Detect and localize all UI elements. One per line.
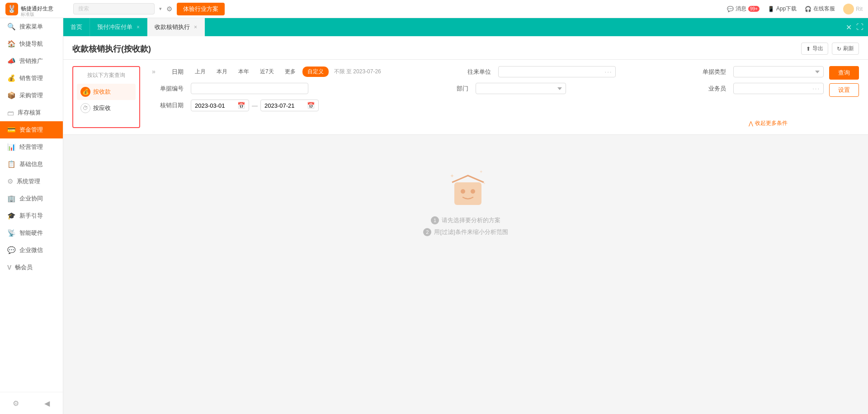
filter-main-area: 日期 上月 本月 本年 近7天 更多 自定义 不限 至 2023-07-26 bbox=[158, 66, 859, 128]
sidebar-label-purchase: 采购管理 bbox=[19, 91, 43, 100]
basic-info-icon: 📋 bbox=[7, 160, 16, 168]
tab-expand-icon[interactable]: ⛶ bbox=[856, 23, 863, 31]
message-btn[interactable]: 💬 消息 99+ bbox=[727, 5, 760, 13]
collapse-more-btn[interactable]: ⋀ 收起更多条件 bbox=[158, 117, 824, 128]
date-btn-last-7[interactable]: 近7天 bbox=[256, 67, 278, 77]
tab-close-all-icon[interactable]: ✕ bbox=[846, 23, 852, 32]
main-content: 首页 预付冲应付单 × 收款核销执行 × ✕ ⛶ 收款核销执行(按收款) bbox=[63, 18, 868, 414]
guide-icon: 🎓 bbox=[7, 212, 16, 220]
doc-type-select[interactable] bbox=[733, 66, 824, 77]
sidebar-settings-btn[interactable]: ⚙ bbox=[9, 396, 23, 410]
offset-date-end-input[interactable] bbox=[264, 102, 305, 109]
filter-panel-collapse-btn[interactable]: » bbox=[149, 66, 158, 128]
offset-date-end-picker[interactable]: 📅 bbox=[260, 100, 319, 111]
sidebar-collapse-btn[interactable]: ◀ bbox=[40, 396, 54, 410]
settings-icon[interactable]: ⚙ bbox=[166, 5, 172, 13]
receivable-icon: ⏱ bbox=[80, 103, 90, 113]
sidebar-item-wechat[interactable]: 💬 企业微信 bbox=[0, 242, 63, 259]
sidebar-item-finance[interactable]: 💳 资金管理 bbox=[0, 121, 63, 138]
message-label: 消息 bbox=[736, 5, 746, 13]
svg-text:✦: ✦ bbox=[483, 181, 486, 186]
sidebar-label-enterprise: 企业协同 bbox=[19, 195, 43, 203]
sidebar-item-marketing[interactable]: 📣 营销推广 bbox=[0, 52, 63, 70]
sidebar-item-quick-nav[interactable]: 🏠 快捷导航 bbox=[0, 35, 63, 52]
svg-point-2 bbox=[471, 189, 475, 194]
query-button[interactable]: 查询 bbox=[829, 66, 859, 80]
home-icon: 🏠 bbox=[7, 40, 16, 48]
partner-ellipsis-icon: ··· bbox=[605, 68, 613, 75]
edition-label: 标准版 bbox=[21, 11, 34, 18]
date-btn-this-month[interactable]: 本月 bbox=[212, 67, 231, 77]
filter-option-receivable[interactable]: ⏱ 按应收 bbox=[77, 100, 136, 116]
filter-right-btns: 查询 设置 bbox=[829, 66, 859, 128]
empty-hint-2-text: 用[过滤]条件来缩小分析范围 bbox=[434, 228, 508, 236]
export-button[interactable]: ⬆ 导出 bbox=[801, 43, 828, 55]
date-btn-more[interactable]: 更多 bbox=[281, 67, 300, 77]
tab-prepay-close[interactable]: × bbox=[137, 24, 140, 30]
app-download-label: App下载 bbox=[776, 5, 797, 13]
username: Rit bbox=[856, 6, 863, 12]
filter-sidebar-title: 按以下方案查询 bbox=[77, 71, 136, 79]
staff-input[interactable] bbox=[733, 83, 824, 94]
solution-button[interactable]: 体验行业方案 bbox=[177, 3, 225, 15]
headset-icon: 🎧 bbox=[805, 6, 811, 12]
sidebar-item-system[interactable]: ⚙ 系统管理 bbox=[0, 173, 63, 190]
inventory-icon: 🗃 bbox=[7, 109, 14, 117]
sidebar-label-quick-nav: 快捷导航 bbox=[19, 40, 43, 48]
filter-row-2: 单据编号 部门 业务员 bbox=[158, 83, 824, 94]
app-download-btn[interactable]: 📱 App下载 bbox=[768, 5, 797, 13]
date-range-offset: 📅 — 📅 bbox=[191, 100, 319, 111]
empty-illustration: ✦ ✦ ✦ bbox=[443, 162, 488, 207]
sidebar-item-guide[interactable]: 🎓 新手引导 bbox=[0, 207, 63, 224]
date-btn-this-year[interactable]: 本年 bbox=[234, 67, 253, 77]
empty-hint-1: 1 请先选择要分析的方案 bbox=[431, 216, 500, 224]
sidebar-label-search: 搜索菜单 bbox=[19, 23, 43, 31]
date-label: 日期 bbox=[158, 68, 184, 76]
doc-num-input[interactable] bbox=[191, 83, 308, 94]
tab-home[interactable]: 首页 bbox=[63, 18, 90, 36]
sidebar-item-hardware[interactable]: 📡 智能硬件 bbox=[0, 224, 63, 242]
tab-receipt-offset[interactable]: 收款核销执行 × bbox=[147, 18, 205, 36]
offset-date-start-input[interactable] bbox=[195, 102, 236, 109]
sidebar-bottom: ⚙ ◀ bbox=[0, 392, 63, 414]
message-badge: 99+ bbox=[748, 6, 760, 12]
refresh-button[interactable]: ↻ 刷新 bbox=[832, 43, 859, 55]
partner-input[interactable] bbox=[498, 66, 616, 77]
receipt-icon: 💰 bbox=[80, 87, 90, 97]
tab-prepay[interactable]: 预付冲应付单 × bbox=[90, 18, 147, 36]
filter-option-receipt[interactable]: 💰 按收款 bbox=[77, 84, 136, 100]
date-btn-last-month[interactable]: 上月 bbox=[191, 67, 210, 77]
marketing-icon: 📣 bbox=[7, 57, 16, 65]
svg-rect-0 bbox=[454, 182, 481, 205]
system-icon: ⚙ bbox=[7, 177, 13, 186]
sidebar-item-sales[interactable]: 💰 销售管理 bbox=[0, 70, 63, 87]
dept-select[interactable] bbox=[476, 83, 566, 94]
user-avatar bbox=[843, 4, 854, 14]
settings-button[interactable]: 设置 bbox=[829, 83, 859, 97]
export-icon: ⬆ bbox=[806, 46, 811, 52]
sidebar-item-operation[interactable]: 📊 经营管理 bbox=[0, 138, 63, 156]
sidebar-item-search[interactable]: 🔍 搜索菜单 bbox=[0, 18, 63, 35]
collapse-chevron-icon: ⋀ bbox=[749, 120, 753, 127]
tab-receipt-offset-close[interactable]: × bbox=[194, 24, 197, 30]
finance-icon: 💳 bbox=[7, 126, 16, 134]
sidebar: 🔍 搜索菜单 🏠 快捷导航 📣 营销推广 💰 销售管理 📦 采购管理 🗃 库存核… bbox=[0, 18, 63, 414]
sidebar-item-inventory[interactable]: 🗃 库存核算 bbox=[0, 104, 63, 121]
svg-text:✦: ✦ bbox=[450, 173, 454, 179]
date-button-group: 上月 本月 本年 近7天 更多 自定义 不限 至 2023-07-26 bbox=[191, 67, 381, 77]
date-btn-custom[interactable]: 自定义 bbox=[302, 67, 329, 77]
calendar-end-icon: 📅 bbox=[307, 102, 315, 109]
enterprise-icon: 🏢 bbox=[7, 195, 16, 203]
filter-option-receipt-label: 按收款 bbox=[93, 88, 111, 96]
offset-date-start-picker[interactable]: 📅 bbox=[191, 100, 249, 111]
sidebar-item-member[interactable]: V 畅会员 bbox=[0, 259, 63, 276]
top-bar-right: 💬 消息 99+ 📱 App下载 🎧 在线客服 Rit bbox=[727, 4, 863, 14]
online-service-btn[interactable]: 🎧 在线客服 bbox=[805, 5, 835, 13]
sidebar-item-purchase[interactable]: 📦 采购管理 bbox=[0, 87, 63, 104]
dropdown-chevron-icon[interactable]: ▾ bbox=[159, 6, 162, 12]
user-area[interactable]: Rit bbox=[843, 4, 863, 14]
sidebar-item-enterprise[interactable]: 🏢 企业协同 bbox=[0, 190, 63, 207]
sidebar-item-basic-info[interactable]: 📋 基础信息 bbox=[0, 156, 63, 173]
wechat-icon: 💬 bbox=[7, 246, 16, 254]
search-bar[interactable]: 搜索 bbox=[73, 3, 155, 14]
